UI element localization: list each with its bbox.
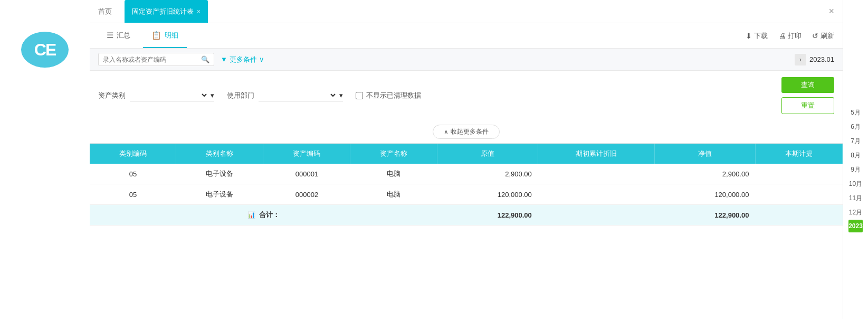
total-current-dep — [755, 205, 842, 226]
month-item-5月[interactable]: 5月 — [848, 106, 863, 120]
table-row: 05 电子设备 000002 电脑 120,000.00 120,000.00 — [90, 184, 843, 205]
download-label: 下载 — [754, 31, 768, 41]
advanced-filter: 资产类别 ▾ 使用部门 ▾ — [90, 71, 843, 144]
cell-net-value: 120,000.00 — [655, 184, 756, 205]
total-original-value: 122,900.00 — [437, 205, 538, 226]
col-net-value: 净值 — [655, 144, 756, 164]
page-area: ☰ 汇总 📋 明细 ⬇ 下载 🖨 打印 ↺ — [90, 23, 843, 319]
tab-detail-label: 明细 — [165, 31, 178, 40]
department-field: 使用部门 ▾ — [227, 90, 343, 101]
search-input[interactable] — [103, 56, 198, 63]
cell-asset-code: 000001 — [263, 164, 350, 184]
asset-type-label: 资产类别 — [98, 91, 126, 100]
cell-category-name: 电子设备 — [176, 164, 263, 184]
total-label-cell: 📊 合计： — [90, 205, 437, 226]
collapse-icon: ∧ — [444, 128, 449, 136]
filter-row-1: 资产类别 ▾ 使用部门 ▾ — [98, 77, 834, 114]
detail-icon: 📋 — [151, 31, 161, 40]
hide-cleared-checkbox[interactable] — [356, 92, 363, 99]
data-table: 类别编码 类别名称 资产编码 资产名称 原值 期初累计折旧 净值 本期计提 05… — [90, 144, 843, 226]
total-label: 合计： — [259, 211, 280, 219]
asset-type-select-wrap: ▾ — [130, 90, 214, 101]
department-select[interactable] — [259, 90, 337, 101]
hide-cleared-label: 不显示已清理数据 — [366, 91, 421, 100]
tabs-row: ☰ 汇总 📋 明细 ⬇ 下载 🖨 打印 ↺ — [90, 23, 843, 49]
tab-summary-label: 汇总 — [117, 31, 130, 40]
date-label: 2023.01 — [809, 55, 834, 63]
cell-asset-name: 电脑 — [350, 184, 437, 205]
logo-area: CE — [0, 0, 90, 319]
filter-icon: ▼ — [221, 55, 227, 63]
department-chevron: ▾ — [339, 91, 343, 99]
month-item-10月[interactable]: 10月 — [848, 177, 863, 191]
nav-tab-fixed-assets[interactable]: 固定资产折旧统计表 × — [125, 0, 208, 23]
cell-net-value: 2,900.00 — [655, 164, 756, 184]
logo-icon: CE — [21, 32, 69, 68]
asset-type-select[interactable] — [130, 90, 208, 101]
cell-original-value: 120,000.00 — [437, 184, 538, 205]
main-content: 首页 固定资产折旧统计表 × × ☰ 汇总 📋 明细 ⬇ — [90, 0, 843, 319]
table-total-row: 📊 合计： 122,900.00 122,900.00 — [90, 205, 843, 226]
col-asset-code: 资产编码 — [263, 144, 350, 164]
total-icon: 📊 — [247, 211, 255, 219]
cell-category-name: 电子设备 — [176, 184, 263, 205]
collapse-row: ∧ 收起更多条件 — [98, 120, 834, 141]
col-original-value: 原值 — [437, 144, 538, 164]
more-filter-chevron: ∨ — [259, 55, 264, 63]
search-icon: 🔍 — [201, 55, 209, 63]
total-net-value: 122,900.00 — [655, 205, 756, 226]
print-icon: 🖨 — [778, 32, 786, 40]
refresh-label: 刷新 — [821, 31, 834, 41]
close-tab-icon[interactable]: × — [197, 8, 201, 15]
query-button[interactable]: 查询 — [781, 77, 834, 93]
more-filter-label: 更多条件 — [230, 55, 257, 64]
refresh-button[interactable]: ↺ 刷新 — [812, 31, 834, 41]
window-close-icon[interactable]: × — [828, 6, 834, 17]
right-sidebar: 5月6月7月8月9月10月11月12月2023 — [843, 0, 868, 319]
asset-type-field: 资产类别 ▾ — [98, 90, 214, 101]
cell-asset-code: 000002 — [263, 184, 350, 205]
reset-button[interactable]: 重置 — [781, 97, 834, 114]
download-icon: ⬇ — [746, 32, 752, 40]
filter-bar: 🔍 ▼ 更多条件 ∨ › 2023.01 — [90, 49, 843, 71]
col-asset-name: 资产名称 — [350, 144, 437, 164]
department-label: 使用部门 — [227, 91, 254, 100]
month-item-2023[interactable]: 2023 — [848, 220, 863, 232]
tabs-actions: ⬇ 下载 🖨 打印 ↺ 刷新 — [746, 31, 834, 41]
col-category-code: 类别编码 — [90, 144, 176, 164]
date-area: › 2023.01 — [795, 54, 834, 65]
cell-category-code: 05 — [90, 164, 176, 184]
table-wrap: 类别编码 类别名称 资产编码 资产名称 原值 期初累计折旧 净值 本期计提 05… — [90, 144, 843, 319]
print-label: 打印 — [788, 31, 802, 41]
col-current-dep: 本期计提 — [755, 144, 842, 164]
asset-type-chevron: ▾ — [211, 91, 214, 99]
top-nav: 首页 固定资产折旧统计表 × × — [90, 0, 843, 23]
cell-current-dep — [755, 164, 842, 184]
table-header-row: 类别编码 类别名称 资产编码 资产名称 原值 期初累计折旧 净值 本期计提 — [90, 144, 843, 164]
tab-summary[interactable]: ☰ 汇总 — [98, 23, 139, 48]
collapse-label: 收起更多条件 — [451, 127, 489, 136]
month-item-11月[interactable]: 11月 — [848, 191, 863, 205]
more-filter-button[interactable]: ▼ 更多条件 ∨ — [221, 55, 264, 64]
month-item-9月[interactable]: 9月 — [848, 163, 863, 177]
cell-original-value: 2,900.00 — [437, 164, 538, 184]
col-accumulated-dep: 期初累计折旧 — [538, 144, 655, 164]
tabs-left: ☰ 汇总 📋 明细 — [98, 23, 187, 48]
collapse-button[interactable]: ∧ 收起更多条件 — [433, 125, 500, 139]
month-item-8月[interactable]: 8月 — [848, 148, 863, 163]
month-item-6月[interactable]: 6月 — [848, 120, 863, 134]
date-prev-button[interactable]: › — [795, 54, 806, 65]
download-button[interactable]: ⬇ 下载 — [746, 31, 768, 41]
nav-tab-label: 固定资产折旧统计表 — [132, 7, 194, 16]
nav-home[interactable]: 首页 — [98, 7, 112, 16]
total-accumulated-dep — [538, 205, 655, 226]
tab-detail[interactable]: 📋 明细 — [143, 23, 187, 48]
hide-cleared-field: 不显示已清理数据 — [356, 91, 421, 100]
print-button[interactable]: 🖨 打印 — [778, 31, 802, 41]
cell-asset-name: 电脑 — [350, 164, 437, 184]
cell-accumulated-dep — [538, 164, 655, 184]
cell-current-dep — [755, 184, 842, 205]
month-item-12月[interactable]: 12月 — [848, 205, 863, 220]
department-select-wrap: ▾ — [259, 90, 343, 101]
month-item-7月[interactable]: 7月 — [848, 134, 863, 148]
